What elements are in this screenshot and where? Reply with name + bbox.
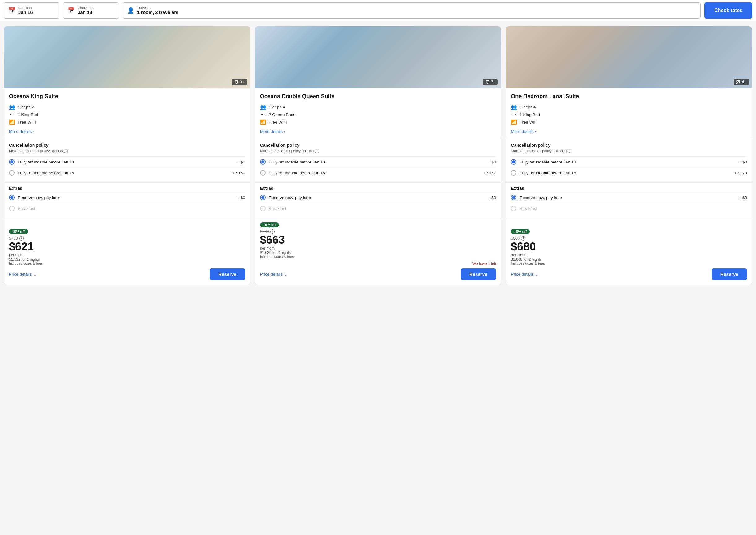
feature-row: 📶 Free WiFi xyxy=(9,119,245,125)
info-icon[interactable]: i xyxy=(566,149,570,153)
room-name: One Bedroom Lanai Suite xyxy=(511,93,747,100)
per-night: per night xyxy=(9,253,245,257)
taxes-note: Includes taxes & fees xyxy=(260,255,496,259)
policy-note: More details on all policy options i xyxy=(511,149,747,153)
current-price: $663 xyxy=(260,234,496,245)
card-body: Oceana Double Queen Suite 👥 Sleeps 4 🛏 2… xyxy=(255,88,501,138)
room-image[interactable]: 🖼 3+ xyxy=(4,26,250,88)
travelers-content: Travelers 1 room, 2 travelers xyxy=(137,6,178,15)
extra-radio-selected[interactable] xyxy=(9,195,14,200)
feature-text: Free WiFi xyxy=(269,120,287,125)
chevron-right-icon: › xyxy=(535,129,536,134)
feature-icon: 🛏 xyxy=(9,112,15,117)
feature-row: 📶 Free WiFi xyxy=(511,119,747,125)
extra-radio-unselected[interactable] xyxy=(9,206,14,211)
feature-text: Sleeps 4 xyxy=(519,105,536,109)
extra-left: Breakfast xyxy=(9,206,35,211)
more-details-link[interactable]: More details › xyxy=(260,129,285,134)
reserve-button[interactable]: Reserve xyxy=(210,268,245,280)
price-details-link[interactable]: Price details ⌄ xyxy=(260,272,288,277)
cancellation-option-1[interactable]: Fully refundable before Jan 15 + $167 xyxy=(260,167,496,178)
discount-badge: 15% off xyxy=(511,229,530,234)
taxes-note: Includes taxes & fees xyxy=(511,262,747,265)
cancellation-option-1[interactable]: Fully refundable before Jan 15 + $160 xyxy=(9,167,245,178)
room-image[interactable]: 🖼 3+ xyxy=(255,26,501,88)
policy-label: Fully refundable before Jan 13 xyxy=(269,160,325,164)
travelers-field[interactable]: 👤 Travelers 1 room, 2 travelers xyxy=(123,3,701,18)
cancellation-option-0[interactable]: Fully refundable before Jan 13 + $0 xyxy=(511,156,747,167)
policy-label: Fully refundable before Jan 15 xyxy=(269,171,325,175)
feature-text: Free WiFi xyxy=(18,120,36,125)
booking-header: 📅 Check-in Jan 16 📅 Check-out Jan 18 👤 T… xyxy=(0,0,756,21)
extra-radio-selected[interactable] xyxy=(511,195,517,200)
extra-option-1[interactable]: Breakfast xyxy=(9,203,245,213)
extra-radio-unselected[interactable] xyxy=(511,206,517,211)
room-card-3: 🖼 4+ One Bedroom Lanai Suite 👥 Sleeps 4 … xyxy=(506,26,752,285)
more-details-link[interactable]: More details › xyxy=(511,129,536,134)
extra-option-1[interactable]: Breakfast xyxy=(511,203,747,213)
room-name: Oceana King Suite xyxy=(9,93,245,100)
chevron-right-icon: › xyxy=(33,129,34,134)
checkout-field[interactable]: 📅 Check-out Jan 18 xyxy=(63,3,119,18)
info-icon[interactable]: i xyxy=(64,149,68,153)
extra-left: Reserve now, pay later xyxy=(260,195,311,200)
room-name: Oceana Double Queen Suite xyxy=(260,93,496,100)
radio-selected-icon[interactable] xyxy=(260,159,266,165)
policy-left: Fully refundable before Jan 13 xyxy=(260,159,325,165)
room-image[interactable]: 🖼 4+ xyxy=(506,26,752,88)
feature-row: 👥 Sleeps 2 xyxy=(9,104,245,110)
feature-text: 1 King Bed xyxy=(519,112,540,117)
chevron-right-icon: › xyxy=(284,129,285,134)
extra-option-0[interactable]: Reserve now, pay later + $0 xyxy=(260,192,496,203)
extra-left: Reserve now, pay later xyxy=(9,195,60,200)
reserve-button[interactable]: Reserve xyxy=(712,268,747,280)
radio-unselected-icon[interactable] xyxy=(260,170,266,176)
per-night: per night xyxy=(260,246,496,250)
feature-row: 📶 Free WiFi xyxy=(260,119,496,125)
extras-section: Extras Reserve now, pay later + $0 Break… xyxy=(4,183,250,218)
extra-option-0[interactable]: Reserve now, pay later + $0 xyxy=(9,192,245,203)
radio-unselected-icon[interactable] xyxy=(511,170,517,176)
photo-count: 4+ xyxy=(742,80,746,84)
feature-icon: 🛏 xyxy=(260,112,266,117)
extra-radio-selected[interactable] xyxy=(260,195,266,200)
extra-option-0[interactable]: Reserve now, pay later + $0 xyxy=(511,192,747,203)
reserve-button[interactable]: Reserve xyxy=(461,268,496,280)
info-icon[interactable]: i xyxy=(315,149,319,153)
cancellation-option-1[interactable]: Fully refundable before Jan 15 + $170 xyxy=(511,167,747,178)
total-price: $1,629 for 2 nights xyxy=(260,250,496,255)
footer-actions: Price details ⌄ Reserve xyxy=(511,268,747,280)
room-features: 👥 Sleeps 4 🛏 1 King Bed 📶 Free WiFi xyxy=(511,104,747,125)
original-price: $780 i xyxy=(260,229,496,234)
price-info-icon[interactable]: i xyxy=(19,236,23,240)
room-card-2: 🖼 3+ Oceana Double Queen Suite 👥 Sleeps … xyxy=(255,26,501,285)
radio-selected-icon[interactable] xyxy=(511,159,517,165)
policy-left: Fully refundable before Jan 13 xyxy=(9,159,74,165)
extra-option-1[interactable]: Breakfast xyxy=(260,203,496,213)
feature-icon: 🛏 xyxy=(511,112,517,117)
calendar-icon: 📅 xyxy=(8,7,15,14)
cancellation-option-0[interactable]: Fully refundable before Jan 13 + $0 xyxy=(260,156,496,167)
price-details-link[interactable]: Price details ⌄ xyxy=(511,272,539,277)
radio-selected-icon[interactable] xyxy=(9,159,14,165)
calendar-icon-2: 📅 xyxy=(68,7,74,14)
extra-radio-unselected[interactable] xyxy=(260,206,266,211)
policy-price: + $0 xyxy=(488,160,496,164)
cancellation-option-0[interactable]: Fully refundable before Jan 13 + $0 xyxy=(9,156,245,167)
card-footer: 15% off $800 i $680 per night $1,668 for… xyxy=(506,225,752,285)
more-details-link[interactable]: More details › xyxy=(9,129,34,134)
cancellation-section: Cancellation policy More details on all … xyxy=(4,138,250,183)
radio-unselected-icon[interactable] xyxy=(9,170,14,176)
feature-icon: 👥 xyxy=(511,104,517,110)
cancellation-section: Cancellation policy More details on all … xyxy=(255,138,501,183)
extra-left: Breakfast xyxy=(260,206,286,211)
price-info-icon[interactable]: i xyxy=(270,229,275,234)
policy-left: Fully refundable before Jan 15 xyxy=(9,170,74,176)
price-info-icon[interactable]: i xyxy=(521,236,525,240)
photo-icon: 🖼 xyxy=(736,80,740,84)
price-details-link[interactable]: Price details ⌄ xyxy=(9,272,37,277)
feature-icon: 📶 xyxy=(260,119,266,125)
policy-note: More details on all policy options i xyxy=(260,149,496,153)
check-rates-button[interactable]: Check rates xyxy=(704,3,752,18)
checkin-field[interactable]: 📅 Check-in Jan 16 xyxy=(4,3,59,18)
